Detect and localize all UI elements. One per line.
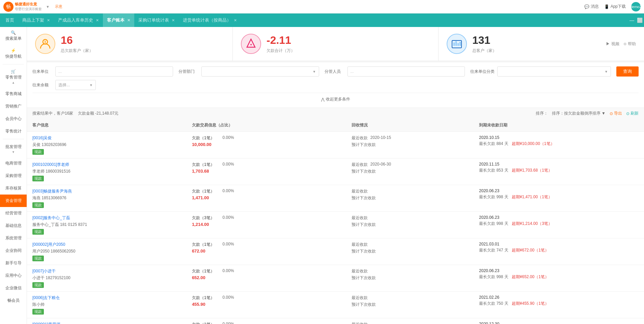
customer-name-0[interactable]: [0016]吴俊 [32, 135, 192, 141]
manager-input[interactable]: ... [347, 66, 465, 77]
sidebar-item-ops[interactable]: 经营管理 [0, 207, 27, 219]
sidebar-item-purchase[interactable]: 采购管理 [0, 170, 27, 182]
debt-count-7: 欠款（1笔） [192, 322, 215, 324]
collection-info-6: 最近收款 预计下次收款 [352, 295, 479, 307]
sidebar-item-members[interactable]: 会员中心 [0, 113, 27, 125]
customer-name-4[interactable]: [000002]用户2050 [32, 242, 192, 247]
maximize-btn[interactable]: ⬜ [637, 18, 643, 23]
stat-card-total-customers: 131 总客户（家） ▶ 视频 ⊙ 帮助 [439, 27, 644, 61]
message-btn[interactable]: 💬 消息 [584, 4, 599, 9]
close-products-tab[interactable]: ✕ [47, 18, 50, 23]
customer-name-6[interactable]: [0006]去下粮仓 [32, 295, 192, 301]
customer-name-3[interactable]: [0002]服务中心_丁磊 [32, 215, 192, 221]
filter-area: 往来单位 ... 分管部门 ▼ 分管人员 ... [27, 62, 644, 108]
sidebar-item-retail-stats[interactable]: 零售统计 [0, 125, 27, 138]
sidebar-item-finance[interactable]: 资金管理 [0, 195, 27, 207]
logo-text: 畅捷通好生意 母婴行业演示账套 [15, 2, 42, 11]
table-row: [000001]黄思源 黄思源 13552700226 现款 欠款（1笔） 42… [27, 318, 644, 324]
customer-name-1[interactable]: [0001020001]李老师 [32, 162, 192, 168]
refresh-icon: ⊙ [626, 111, 629, 116]
sidebar-item-retail-mgmt[interactable]: 🛒 零售管理 ▲ [0, 66, 27, 88]
debt-amount-6[interactable]: 455.90 [192, 302, 215, 307]
source-unit-label: 往来单位 [32, 69, 53, 75]
main-layout: 🔍 搜索菜单 ⚡ 快捷导航 🛒 零售管理 ▲ 零售商城 营销推广 会员中心 零售… [0, 27, 644, 324]
sidebar-item-enterprise[interactable]: 企业协同 [0, 244, 27, 257]
filter-row-2: 往来余额 选择... ▼ [32, 80, 639, 90]
source-unit-input[interactable]: ... [55, 66, 173, 77]
sidebar-item-retail-mall[interactable]: 零售商城 [0, 88, 27, 100]
close-production-tab[interactable]: ✕ [96, 18, 99, 23]
last-payment-date-0: 2020-10-15 [370, 135, 391, 141]
last-payment-label-0: 最近收款 [352, 135, 368, 141]
tab-production[interactable]: 产成品入库单历史 ✕ [54, 13, 103, 27]
debt-amount-2[interactable]: 1,471.00 [192, 195, 215, 200]
debt-amount-3[interactable]: 1,214.00 [192, 222, 215, 227]
top-bar-right: 💬 消息 📱 App下载 demo2 [584, 2, 641, 11]
minimize-btn[interactable]: — [629, 18, 634, 23]
debt-amount-0[interactable]: 10,000.00 [192, 142, 215, 147]
view-video-btn[interactable]: ▶ 视频 [606, 41, 619, 47]
customer-info-4: [000002]用户2050 用户2050 18665062050 现款 [32, 242, 192, 261]
search-button[interactable]: 查询 [616, 66, 639, 77]
app-download-btn[interactable]: 📱 App下载 [604, 4, 626, 9]
debt-info-7: 欠款（1笔） 429.00 0.00% [192, 322, 352, 324]
debt-amount-1[interactable]: 1,703.68 [192, 169, 215, 174]
user-area[interactable]: demo2 [631, 2, 641, 11]
customer-phone-3: 服务中心_丁磊 181 0125 8371 [32, 222, 192, 228]
sidebar-item-enterprise-wx[interactable]: 企业微信 [0, 282, 27, 294]
sidebar-item-search[interactable]: 🔍 搜索菜单 [0, 27, 27, 45]
debt-amount-4[interactable]: 672.00 [192, 248, 215, 254]
customer-name-5[interactable]: [0007]小进干 [32, 268, 192, 274]
debt-count-1: 欠款（1笔） [192, 162, 215, 168]
sidebar-item-basic[interactable]: 基础信息 [0, 219, 27, 232]
collapse-btn[interactable]: ⋀ 收起更多条件 [320, 95, 352, 104]
tab-purchase-stats[interactable]: 进货单统计表（按商品） ✕ [179, 13, 241, 27]
customer-phone-5: 小进干 18279152100 [32, 275, 192, 281]
help-btn[interactable]: ⊙ 帮助 [623, 41, 636, 47]
close-purchase-tab[interactable]: ✕ [172, 18, 175, 23]
sidebar-item-system[interactable]: 系统管理 [0, 232, 27, 244]
export-btn[interactable]: ⊙ 导出 [610, 111, 622, 116]
balance-select[interactable]: 选择... ▼ [55, 80, 96, 90]
customer-phone-4: 用户2050 18665062050 [32, 248, 192, 254]
sidebar-item-newbie[interactable]: 新手引导 [0, 257, 27, 269]
stat-total-customers-info: 131 总客户（家） [472, 34, 497, 54]
close-customer-tab[interactable]: ✕ [127, 18, 130, 23]
tab-products[interactable]: 商品上下架 ✕ [18, 13, 54, 27]
tab-purchase-order[interactable]: 采购订单统计表 ✕ [134, 13, 179, 27]
home-link[interactable]: 示意 [55, 4, 62, 9]
company-selector[interactable]: ▼ [46, 5, 50, 9]
dept-select[interactable]: ▼ [201, 66, 319, 77]
overdue-amount-0[interactable]: 超期¥10,000.00（1笔） [512, 141, 555, 146]
sidebar-item-app-center[interactable]: 应用中心 [0, 269, 27, 282]
due-info-0: 2020.10.15 最长欠款 884 天 超期¥10,000.00（1笔） [479, 135, 639, 147]
debt-amount-5[interactable]: 652.00 [192, 275, 215, 280]
customer-phone-1: 李老师 18600391516 [32, 169, 192, 174]
tab-home[interactable]: 首页 [1, 13, 18, 27]
debt-count-3: 欠款（3笔） [192, 215, 215, 221]
unit-category-select[interactable]: ▼ [497, 66, 611, 77]
sidebar-item-ecommerce[interactable]: 电商管理 [0, 157, 27, 170]
sort-selector[interactable]: 排序：按欠款金额倒序排序 ▼ [552, 111, 606, 116]
sidebar-item-marketing[interactable]: 营销推广 [0, 100, 27, 113]
debt-percent-7: 0.00% [223, 322, 234, 324]
result-summary: 搜索结果中，客户16家 欠款金额 -21,148.07元 [32, 111, 118, 116]
sidebar-item-quick-nav[interactable]: ⚡ 快捷导航 [0, 45, 27, 63]
avatar: demo2 [631, 2, 641, 11]
refresh-btn[interactable]: ⊙ 刷新 [626, 111, 639, 116]
tab-customer-account[interactable]: 客户账本 ✕ [103, 13, 134, 27]
sidebar-item-batch-mgmt[interactable]: 批发管理 ▼ [0, 141, 27, 157]
customer-phone-6: 陈小帅 [32, 302, 192, 307]
svg-rect-6 [455, 41, 457, 46]
due-date-0: 2020.10.15 [479, 135, 639, 140]
debt-customers-icon: ¥ [35, 34, 55, 54]
sidebar-item-vip[interactable]: 畅会员 [0, 294, 27, 307]
customer-name-7[interactable]: [000001]黄思源 [32, 322, 192, 324]
close-stats-tab[interactable]: ✕ [234, 18, 237, 23]
sidebar-item-inventory[interactable]: 库存核算 [0, 182, 27, 195]
table-row: [0007]小进干 小进干 18279152100 现款 欠款（1笔） 652.… [27, 265, 644, 292]
customer-name-2[interactable]: [0003]畅捷服务尹海燕 [32, 188, 192, 194]
debt-info-3: 欠款（3笔） 1,214.00 0.00% [192, 215, 352, 228]
due-info-3: 2020.06.23 最长欠款 998 天 超期¥1,214.00（3笔） [479, 215, 639, 227]
due-info-5: 2020.06.23 最长欠款 998 天 超期¥652.00（1笔） [479, 268, 639, 280]
